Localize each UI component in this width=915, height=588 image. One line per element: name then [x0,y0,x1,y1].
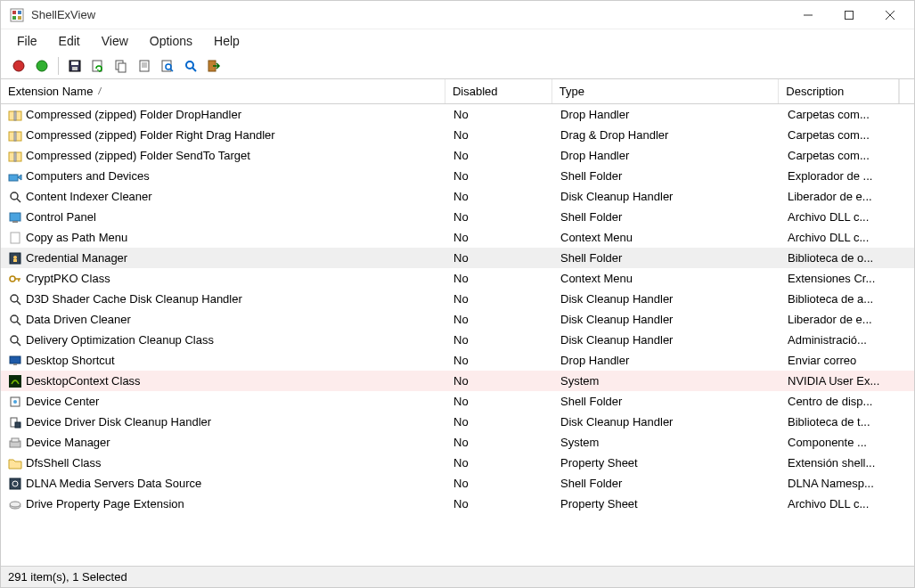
titlebar[interactable]: ShellExView [1,1,914,29]
enable-button[interactable] [31,55,53,77]
svg-line-46 [17,301,20,305]
cell-description: Carpetas com... [780,147,901,164]
table-row[interactable]: DfsShell ClassNoProperty SheetExtensión … [1,453,914,473]
column-header[interactable]: Type [552,79,780,103]
cell-disabled: No [446,495,553,512]
column-header[interactable]: Description [779,79,899,103]
cell-description: Biblioteca de a... [780,290,901,307]
svg-rect-32 [14,152,16,161]
table-row[interactable]: Compressed (zipped) Folder DropHandlerNo… [1,104,914,125]
cell-disabled: No [446,413,553,430]
dlna-icon [8,477,22,491]
device-icon [8,395,22,409]
cell-description: Enviar correo [780,352,901,369]
close-button[interactable] [870,2,911,29]
svg-rect-60 [10,478,20,489]
exit-button[interactable] [203,55,225,77]
svg-rect-6 [846,11,854,19]
table-row[interactable]: Credential ManagerNoShell FolderBibliote… [1,248,914,268]
svg-point-10 [37,61,47,71]
refresh-button[interactable] [87,55,109,77]
find-button[interactable] [180,55,201,77]
menu-file[interactable]: File [8,31,46,51]
table-row[interactable]: Computers and DevicesNoShell FolderExplo… [1,166,914,186]
table-row[interactable]: Data Driven CleanerNoDisk Cleanup Handle… [1,309,914,330]
table-row[interactable]: Desktop ShortcutNoDrop HandlerEnviar cor… [1,350,914,371]
svg-point-42 [10,276,15,282]
svg-point-45 [11,295,18,302]
sort-indicator-icon: / [98,86,101,96]
cell-description: Archivo DLL c... [780,208,901,225]
cell-description: DLNA Namesp... [780,475,901,492]
copy-button[interactable] [110,55,132,77]
devmgr-icon [8,436,22,450]
cell-description: Archivo DLL c... [780,229,901,246]
cleaner-icon [8,190,22,204]
toolbar [1,53,914,79]
table-row[interactable]: Content Indexer CleanerNoDisk Cleanup Ha… [1,186,914,207]
html-report-button[interactable] [134,55,155,77]
table-row[interactable]: Copy as Path MenuNoContext MenuArchivo D… [1,227,914,248]
panel-icon [8,210,22,225]
page-icon [137,59,151,73]
table-row[interactable]: D3D Shader Cache Disk Cleanup HandlerNoD… [1,289,914,309]
table-row[interactable] [1,535,914,555]
table-row[interactable]: CryptPKO ClassNoContext MenuExtensiones … [1,268,914,289]
disable-button[interactable] [8,55,29,77]
menu-edit[interactable]: Edit [50,31,89,51]
cell-description: Centro de disp... [780,393,901,410]
save-button[interactable] [64,55,86,77]
menu-help[interactable]: Help [205,31,249,51]
cell-description: Liberador de e... [780,188,901,205]
menu-view[interactable]: View [93,31,137,51]
cell-disabled: No [446,475,553,492]
table-row[interactable]: Control PanelNoShell FolderArchivo DLL c… [1,207,914,227]
table-row[interactable]: Compressed (zipped) Folder SendTo Target… [1,145,914,166]
extension-name: Device Center [26,395,99,408]
minimize-button[interactable] [788,2,829,29]
column-header[interactable]: Extension Name/ [1,79,445,103]
cell-description: Carpetas com... [780,106,901,123]
svg-point-49 [11,336,18,343]
cell-disabled: No [446,127,553,143]
cell-type: Disk Cleanup Handler [553,290,780,307]
svg-rect-38 [11,233,20,243]
table-row[interactable]: DesktopContext ClassNoSystemNVIDIA User … [1,371,914,391]
svg-point-47 [11,315,18,323]
cell-type: Drag & Drop Handler [553,127,780,143]
table-row[interactable]: Device Driver Disk Cleanup HandlerNoDisk… [1,412,914,432]
exit-icon [207,59,221,73]
svg-rect-2 [18,11,21,14]
cell-disabled: No [446,331,553,348]
table-row[interactable]: Compressed (zipped) Folder Right Drag Ha… [1,125,914,145]
menu-options[interactable]: Options [141,31,201,51]
extension-name: Copy as Path Menu [26,231,127,244]
properties-button[interactable] [157,55,178,77]
extension-name: Credential Manager [26,251,127,265]
table-row[interactable]: Delivery Optimization Cleanup ClassNoDis… [1,330,914,350]
cell-type: Shell Folder [553,249,780,266]
table-row[interactable]: Device CenterNoShell FolderCentro de dis… [1,391,914,412]
status-text: 291 item(s), 1 Selected [8,570,127,584]
driver-icon [8,415,22,429]
maximize-button[interactable] [829,2,870,29]
table-row[interactable] [1,514,914,535]
table-row[interactable]: Drive Property Page ExtensionNoProperty … [1,494,914,514]
extension-name: CryptPKO Class [26,272,110,285]
cell-disabled: No [446,188,553,205]
copy-icon [114,59,128,73]
cell-description: Explorador de ... [780,167,901,184]
table-row[interactable]: DLNA Media Servers Data SourceNoShell Fo… [1,473,914,494]
listview-body[interactable]: Compressed (zipped) Folder DropHandlerNo… [1,104,914,566]
cell-description: Extensión shell... [780,454,901,471]
cell-disabled: No [446,290,553,307]
table-row[interactable] [1,555,914,566]
svg-rect-16 [118,63,126,72]
cell-description: Biblioteca de o... [780,249,901,266]
table-row[interactable]: Device ManagerNoSystemComponente ... [1,432,914,453]
cell-type: Disk Cleanup Handler [553,331,780,348]
extension-name: Device Driver Disk Cleanup Handler [26,415,211,429]
cell-type: Disk Cleanup Handler [553,311,780,328]
extension-name: Desktop Shortcut [26,354,115,367]
column-header[interactable]: Disabled [445,79,552,103]
